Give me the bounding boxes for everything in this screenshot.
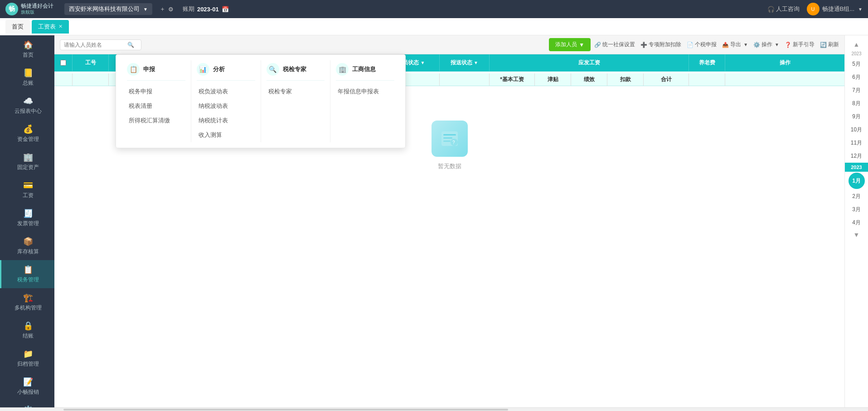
sidebar-archive-label: 归档管理 <box>17 360 39 368</box>
scrollbar-thumb[interactable] <box>63 409 508 411</box>
refresh-button[interactable]: 🔄 刷新 <box>820 41 839 48</box>
tax-stats-item[interactable]: 纳税统计表 <box>197 113 255 128</box>
period-value[interactable]: 2023-01 <box>197 6 219 13</box>
sidebar-ledger-label: 总账 <box>23 79 34 87</box>
add-person-button[interactable]: 添加人员 ▼ <box>549 38 591 51</box>
sidebar-item-tax[interactable]: 📋 税务管理 <box>0 260 54 288</box>
special-deduct-button[interactable]: ➕ 专项附加扣除 <box>640 41 681 48</box>
checkbox-header[interactable] <box>54 54 73 71</box>
section-business-info-title: 工商信息 <box>352 65 376 73</box>
sidebar-item-home[interactable]: 🏠 首页 <box>0 35 54 63</box>
sidebar-item-fixed-assets[interactable]: 🏢 固定资产 <box>0 148 54 176</box>
sidebar-item-multi-org[interactable]: 🏗️ 多机构管理 <box>0 288 54 316</box>
sidebar-item-closing[interactable]: 🔒 结账 <box>0 316 54 344</box>
month-8[interactable]: 8月 <box>845 97 868 110</box>
multi-org-icon: 🏗️ <box>23 293 33 303</box>
horizontal-scrollbar[interactable] <box>0 407 868 411</box>
settings-icon[interactable]: ⚙ <box>168 6 174 13</box>
svg-text:?: ? <box>452 140 455 145</box>
empty-text: 暂无数据 <box>438 162 461 170</box>
sidebar-closing-label: 结账 <box>23 332 34 340</box>
tax-table-clear-item[interactable]: 税表清册 <box>127 99 185 113</box>
date-panel-down-nav[interactable]: ▼ <box>845 229 868 240</box>
social-insurance-icon: 🔗 <box>594 42 601 48</box>
sidebar-item-base-settings[interactable]: ⚙️ 基础设置 <box>0 401 54 407</box>
th-id-label: 工号 <box>85 59 96 67</box>
search-input[interactable] <box>64 42 127 48</box>
cloud-icon: ☁️ <box>23 96 33 106</box>
closing-icon: 🔒 <box>23 321 33 331</box>
support-button[interactable]: 🎧 人工咨询 <box>767 5 800 13</box>
dropdown-section-tax-expert: 🔍 税检专家 税检专家 <box>261 60 331 142</box>
month-12[interactable]: 12月 <box>845 150 868 163</box>
tab-salary-label: 工资表 <box>38 23 56 31</box>
income-tax-calc-item[interactable]: 所得税汇算清缴 <box>127 113 185 128</box>
month-1-active[interactable]: 1月 <box>849 173 865 189</box>
headset-icon: 🎧 <box>767 6 775 13</box>
th-performance-label: 绩效 <box>584 76 595 82</box>
date-panel-up-nav[interactable]: ▲ <box>845 39 868 50</box>
sidebar-item-ledger[interactable]: 📒 总账 <box>0 63 54 92</box>
logo-icon: 畅 <box>5 3 18 15</box>
month-6[interactable]: 6月 <box>845 71 868 84</box>
sidebar-item-cloud-report[interactable]: ☁️ 云报表中心 <box>0 92 54 120</box>
tab-salary-close-icon[interactable]: ✕ <box>58 24 63 29</box>
sidebar-item-xiaochang[interactable]: 📝 小畅报销 <box>0 372 54 401</box>
month-9[interactable]: 9月 <box>845 110 868 123</box>
calendar-icon[interactable]: 📅 <box>222 6 229 13</box>
add-company-button[interactable]: ＋ <box>160 5 165 13</box>
analysis-section-icon: 📊 <box>197 63 209 76</box>
tab-home[interactable]: 首页 <box>5 20 30 34</box>
tax-expert-item[interactable]: 税检专家 <box>267 84 325 99</box>
th-allowance-label: 津贴 <box>548 76 558 82</box>
month-11[interactable]: 11月 <box>845 136 868 150</box>
section-business-info-header: 🏢 工商信息 <box>336 60 394 81</box>
month-2[interactable]: 2月 <box>845 190 868 203</box>
month-5[interactable]: 5月 <box>845 58 868 71</box>
social-insurance-button[interactable]: 🔗 统一社保设置 <box>594 41 635 48</box>
tab-home-label: 首页 <box>12 23 24 31</box>
tab-salary[interactable]: 工资表 ✕ <box>32 20 69 34</box>
month-7[interactable]: 7月 <box>845 84 868 97</box>
declaration-section-icon: 📋 <box>127 63 140 76</box>
newbie-guide-icon: ❓ <box>785 42 791 48</box>
income-calc-item[interactable]: 收入测算 <box>197 128 255 142</box>
export-button[interactable]: 📤 导出 ▼ <box>722 41 748 48</box>
month-3[interactable]: 3月 <box>845 203 868 216</box>
sidebar-item-fund[interactable]: 💰 资金管理 <box>0 120 54 148</box>
tax-declaration-item[interactable]: 税务申报 <box>127 84 185 99</box>
operations-button[interactable]: ⚙️ 操作 ▼ <box>753 41 779 48</box>
company-name: 西安虾米网络科技有限公司 <box>69 5 140 13</box>
tax-return-button[interactable]: 📄 个税申报 <box>687 41 717 48</box>
sidebar-tax-label: 税务管理 <box>17 276 39 284</box>
tax-expert-section-icon: 🔍 <box>267 63 279 76</box>
sidebar: 🏠 首页 📒 总账 ☁️ 云报表中心 💰 资金管理 🏢 固定资产 💳 工资 🧾 … <box>0 35 54 407</box>
sidebar-item-salary[interactable]: 💳 工资 <box>0 176 54 204</box>
vat-fluctuation-item[interactable]: 纳税波动表 <box>197 99 255 113</box>
svg-rect-1 <box>443 134 456 135</box>
th-deduction-label: 扣款 <box>620 76 631 82</box>
date-panel: ▲ 2023 5月 6月 7月 8月 9月 10月 11月 12月 2023 1… <box>844 35 868 407</box>
operations-icon: ⚙️ <box>753 42 760 48</box>
section-declaration-title: 申报 <box>143 65 155 73</box>
user-area[interactable]: U 畅捷通B组... ▼ <box>807 3 863 15</box>
select-all-checkbox[interactable] <box>60 60 66 66</box>
th-report-status[interactable]: 报送状态 ▼ <box>440 54 490 71</box>
tax-icon: 📋 <box>23 265 33 275</box>
th-action-label: 操作 <box>780 59 790 67</box>
operations-chevron-icon: ▼ <box>775 42 779 47</box>
add-person-label: 添加人员 <box>555 41 577 48</box>
svg-rect-2 <box>443 137 452 139</box>
tax-burden-table-item[interactable]: 税负波动表 <box>197 84 255 99</box>
sidebar-item-inventory[interactable]: 📦 库存核算 <box>0 232 54 260</box>
th-pension-label: 养老费 <box>699 59 715 67</box>
content-panel: 🔍 添加人员 ▼ 🔗 统一社保设置 ➕ 专项附加扣除 📄 个税申报 <box>54 35 844 407</box>
company-selector[interactable]: 西安虾米网络科技有限公司 ▼ <box>64 3 152 15</box>
annual-report-item[interactable]: 年报信息申报表 <box>336 84 394 99</box>
tab-bar: 首页 工资表 ✕ <box>0 18 868 35</box>
month-10[interactable]: 10月 <box>845 123 868 136</box>
month-4[interactable]: 4月 <box>845 216 868 229</box>
sidebar-item-archive[interactable]: 📁 归档管理 <box>0 344 54 372</box>
sidebar-item-invoice[interactable]: 🧾 发票管理 <box>0 204 54 232</box>
newbie-guide-button[interactable]: ❓ 新手引导 <box>785 41 815 48</box>
